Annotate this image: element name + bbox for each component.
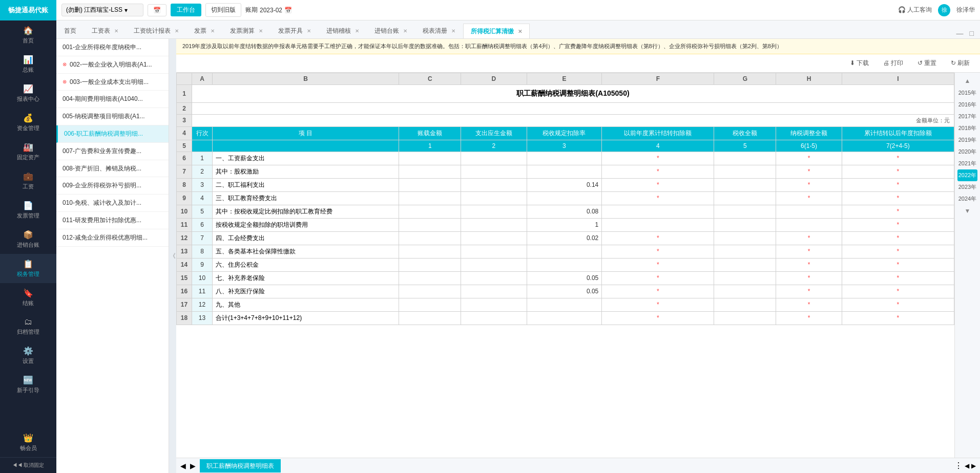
tab-tax-clear[interactable]: 税表清册 ✕: [415, 23, 463, 38]
table-row[interactable]: 18 13 合计(1+3+4+7+8+9+10+11+12) * * *: [177, 311, 954, 325]
sidebar-item-archive[interactable]: 🗂 归档管理: [0, 312, 56, 341]
table-row[interactable]: 17 12 九、其他 * * *: [177, 298, 954, 311]
year-nav-item-2023年[interactable]: 2023年: [957, 181, 977, 193]
scrollbar-left[interactable]: ◀: [965, 462, 969, 469]
tab-invoice-calc-close[interactable]: ✕: [259, 28, 263, 34]
bottom-nav-left[interactable]: ◀: [180, 462, 186, 470]
table-row[interactable]: 16 11 八、补充医疗保险 0.05 * * *: [177, 285, 954, 298]
form-list-item-002[interactable]: ⊗ 002-一般企业收入明细表(A1...: [56, 56, 169, 74]
year-nav-item-2018年[interactable]: 2018年: [957, 122, 977, 134]
year-nav-item-2024年[interactable]: 2024年: [957, 193, 977, 205]
c3-0[interactable]: [527, 152, 602, 165]
c2-9[interactable]: [461, 271, 527, 285]
c1-9[interactable]: [399, 271, 461, 285]
c3-3[interactable]: [527, 191, 602, 205]
c5-5[interactable]: [714, 218, 776, 231]
reset-btn[interactable]: ↺ 重置: [913, 57, 941, 69]
c3-7[interactable]: [527, 245, 602, 258]
form-list-item-004[interactable]: 004-期间费用明细表(A1040...: [56, 91, 169, 108]
sidebar-item-purchase[interactable]: 📦 进销台账: [0, 225, 56, 254]
year-nav-item-2015年[interactable]: 2015年: [957, 87, 977, 99]
c5-10[interactable]: [714, 285, 776, 298]
c2-6[interactable]: [461, 231, 527, 245]
c2-1[interactable]: [461, 165, 527, 178]
table-row[interactable]: 10 5 其中：按税收规定比例扣除的职工教育经费 0.08 *: [177, 205, 954, 218]
download-btn[interactable]: ⬇ 下载: [846, 57, 873, 69]
c1-4[interactable]: [399, 205, 461, 218]
c5-1[interactable]: [714, 165, 776, 178]
c1-8[interactable]: [399, 258, 461, 271]
form-list-item-001[interactable]: 001-企业所得税年度纳税申...: [56, 39, 169, 56]
tab-minimize-btn[interactable]: —: [954, 28, 966, 38]
sidebar-item-settings[interactable]: ⚙️ 设置: [0, 341, 56, 370]
tab-purchase-verify-close[interactable]: ✕: [355, 28, 359, 34]
form-list-item-009[interactable]: 009-企业所得税弥补亏损明...: [56, 177, 169, 195]
c1-5[interactable]: [399, 218, 461, 231]
c1-2[interactable]: [399, 178, 461, 191]
c2-12[interactable]: [461, 311, 527, 325]
company-selector[interactable]: (勿删) 江西瑞宝-LSS ▾: [61, 4, 143, 16]
bottom-nav-right[interactable]: ▶: [190, 462, 196, 470]
tab-invoice-calc[interactable]: 发票测算 ✕: [222, 23, 270, 38]
tab-home[interactable]: 首页: [56, 23, 84, 38]
table-row[interactable]: 6 1 一、工资薪金支出 * * *: [177, 152, 954, 165]
tab-income-tax[interactable]: 所得税汇算清缴 ✕: [463, 24, 530, 39]
c3-12[interactable]: [527, 311, 602, 325]
tab-invoice-open[interactable]: 发票开具 ✕: [270, 23, 319, 38]
tab-maximize-btn[interactable]: □: [968, 28, 976, 38]
bottom-more-icon[interactable]: ⋮: [954, 461, 963, 470]
c2-10[interactable]: [461, 285, 527, 298]
c1-3[interactable]: [399, 191, 461, 205]
tab-payroll-stat-close[interactable]: ✕: [175, 28, 179, 34]
year-nav-item-2021年[interactable]: 2021年: [957, 158, 977, 169]
tab-income-tax-close[interactable]: ✕: [518, 29, 522, 34]
form-list-item-010[interactable]: 010-免税、减计收入及加计...: [56, 195, 169, 212]
sidebar-item-invoice[interactable]: 📄 发票管理: [0, 196, 56, 225]
table-row[interactable]: 13 8 五、各类基本社会保障性缴款 * * *: [177, 245, 954, 258]
tab-invoice[interactable]: 发票 ✕: [186, 23, 222, 38]
tab-invoice-close[interactable]: ✕: [211, 28, 215, 34]
sidebar-item-assets[interactable]: 💰 资金管理: [0, 108, 56, 137]
c5-2[interactable]: [714, 178, 776, 191]
c1-11[interactable]: [399, 298, 461, 311]
c5-12[interactable]: [714, 311, 776, 325]
c5-8[interactable]: [714, 258, 776, 271]
c5-0[interactable]: [714, 152, 776, 165]
calendar-btn[interactable]: 📅: [148, 4, 166, 16]
c3-2[interactable]: 0.14: [527, 178, 602, 191]
year-nav-item-2020年[interactable]: 2020年: [957, 146, 977, 158]
table-row[interactable]: 9 4 三、职工教育经费支出 * * *: [177, 191, 954, 205]
c3-8[interactable]: [527, 258, 602, 271]
scrollbar-right[interactable]: ▶: [971, 462, 976, 469]
c2-4[interactable]: [461, 205, 527, 218]
c5-4[interactable]: [714, 205, 776, 218]
form-list-item-011[interactable]: 011-研发费用加计扣除优惠...: [56, 212, 169, 229]
tab-invoice-open-close[interactable]: ✕: [307, 28, 311, 34]
c3-10[interactable]: 0.05: [527, 285, 602, 298]
sidebar-item-settle[interactable]: 🔖 结账: [0, 283, 56, 312]
c2-11[interactable]: [461, 298, 527, 311]
tab-payroll-close[interactable]: ✕: [114, 28, 118, 34]
c1-1[interactable]: [399, 165, 461, 178]
table-row[interactable]: 8 3 二、职工福利支出 0.14 * * *: [177, 178, 954, 191]
form-list-item-007[interactable]: 007-广告费和业务宣传费趣...: [56, 143, 169, 160]
c3-11[interactable]: [527, 298, 602, 311]
form-list-item-006[interactable]: 006-职工薪酬纳税调整明细...: [56, 125, 169, 143]
c2-5[interactable]: [461, 218, 527, 231]
c5-7[interactable]: [714, 245, 776, 258]
c5-6[interactable]: [714, 231, 776, 245]
c2-2[interactable]: [461, 178, 527, 191]
sidebar-item-newguide[interactable]: 🆕 新手引导: [0, 370, 56, 399]
c1-10[interactable]: [399, 285, 461, 298]
sidebar-item-salary[interactable]: 💼 工资: [0, 166, 56, 196]
tab-purchase-ledger-close[interactable]: ✕: [403, 28, 407, 34]
form-list-item-008[interactable]: 008-资产折旧、摊销及纳税...: [56, 160, 169, 178]
c3-6[interactable]: 0.02: [527, 231, 602, 245]
bottom-tab-main[interactable]: 职工薪酬纳税调整明细表: [200, 459, 281, 472]
c1-12[interactable]: [399, 311, 461, 325]
sidebar-item-home[interactable]: 🏠 首页: [0, 20, 56, 50]
year-nav-item-2019年[interactable]: 2019年: [957, 134, 977, 146]
c5-11[interactable]: [714, 298, 776, 311]
year-nav-item-2017年[interactable]: 2017年: [957, 111, 977, 122]
sidebar-item-ledger[interactable]: 📊 总账: [0, 50, 56, 79]
